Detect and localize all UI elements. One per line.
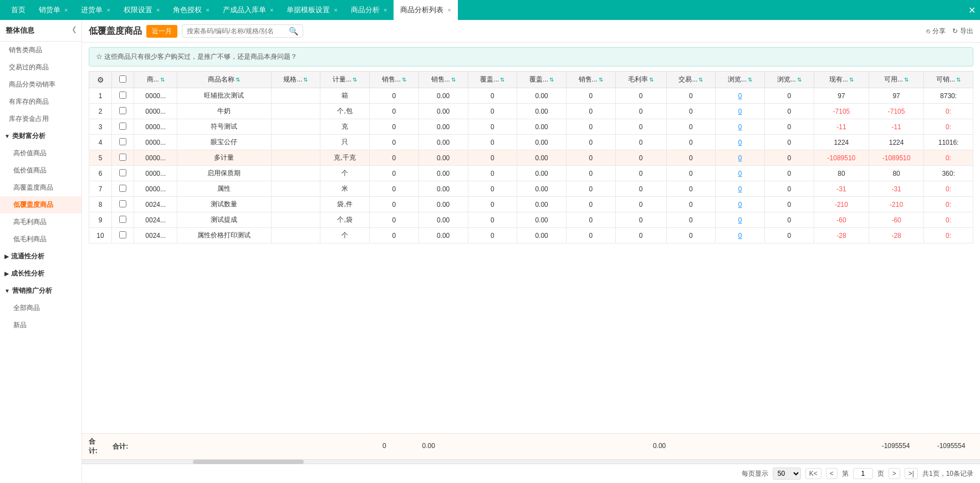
nav-tab-close-analysis-list[interactable]: ×: [446, 7, 451, 13]
export-button[interactable]: ↻ 导出: [952, 27, 973, 36]
nav-tab-close-analysis[interactable]: ×: [382, 7, 387, 13]
sidebar-group-flow-analysis[interactable]: ▶流通性分析: [0, 248, 81, 265]
sidebar-item-sales-rate[interactable]: 商品分类动销率: [0, 76, 81, 93]
row-select-checkbox[interactable]: [119, 91, 126, 99]
sidebar-item-traded-products[interactable]: 交易过的商品: [0, 59, 81, 76]
row-sales-amount: 0.00: [418, 135, 468, 150]
col-header-sales_return[interactable]: 销售...⇅: [566, 72, 616, 88]
row-select-checkbox[interactable]: [119, 138, 126, 145]
sidebar-item-new-products[interactable]: 新品: [0, 317, 81, 334]
nav-tab-close-templates[interactable]: ×: [332, 7, 337, 13]
sidebar-item-sales-products[interactable]: 销售类商品: [0, 42, 81, 59]
nav-tab-close-products[interactable]: ×: [268, 7, 273, 13]
search-icon[interactable]: 🔍: [289, 27, 298, 35]
row-select-checkbox[interactable]: [119, 216, 126, 223]
row-spec: [271, 212, 320, 228]
col-header-coverage1[interactable]: 覆盖...⇅: [468, 72, 517, 88]
sidebar-item-all-products[interactable]: 全部商品: [0, 299, 81, 317]
col-header-gross_margin[interactable]: 毛利率⇅: [615, 72, 666, 88]
nav-tab-analysis-list[interactable]: 商品分析列表 ×: [394, 0, 457, 20]
nav-tab-close-permissions[interactable]: ×: [155, 7, 160, 13]
browse-link[interactable]: 0: [738, 123, 742, 131]
col-header-transaction[interactable]: 交易...⇅: [666, 72, 716, 88]
sidebar-collapse-button[interactable]: 《: [68, 26, 76, 35]
browse-link[interactable]: 0: [738, 185, 742, 193]
browse-link[interactable]: 0: [738, 170, 742, 177]
page-number-input[interactable]: [853, 468, 873, 479]
last-page-button[interactable]: >|: [905, 468, 918, 479]
per-page-label: 每页显示: [742, 469, 768, 479]
row-select-checkbox[interactable]: [119, 231, 126, 238]
row-checkbox: [112, 150, 134, 166]
sidebar-item-capital-occupancy[interactable]: 库存资金占用: [0, 110, 81, 128]
period-button[interactable]: 近一月: [146, 25, 177, 38]
row-select-checkbox[interactable]: [119, 154, 126, 161]
sidebar-group-marketing-analysis[interactable]: ▼营销推广分析: [0, 282, 81, 299]
nav-tab-products[interactable]: 产成品入库单 ×: [216, 0, 280, 20]
row-select-checkbox[interactable]: [119, 200, 126, 207]
row-code: 0000...: [134, 119, 177, 135]
col-header-browse2[interactable]: 浏览...⇅: [765, 72, 814, 88]
total-bar: 合计: 合计: 0 0.00 0.00 -1095554 -1095554: [82, 433, 980, 459]
settings-icon[interactable]: ⚙: [97, 75, 104, 84]
row-name: 属性价格打印测试: [177, 228, 271, 243]
sidebar-item-low-coverage[interactable]: 低覆盖度商品: [0, 196, 81, 213]
sidebar-group-category-analysis[interactable]: ▼类财富分析: [0, 128, 81, 145]
row-coverage2: 0.00: [517, 88, 566, 104]
nav-tab-home[interactable]: 首页: [4, 0, 32, 20]
table-container[interactable]: ⚙商...⇅商品名称⇅规格...⇅计量...⇅销售...⇅销售...⇅覆盖...…: [82, 71, 980, 433]
nav-tab-sales[interactable]: 销货单 ×: [32, 0, 74, 20]
col-header-name[interactable]: 商品名称⇅: [177, 72, 271, 88]
row-select-checkbox[interactable]: [119, 185, 126, 192]
nav-tab-purchase[interactable]: 进货单 ×: [74, 0, 116, 20]
scrollbar-thumb[interactable]: [193, 460, 304, 464]
browse-link[interactable]: 0: [738, 232, 742, 240]
row-checkbox: [112, 181, 134, 197]
row-sales-count: 0: [370, 104, 419, 119]
per-page-select[interactable]: 2050100200: [773, 467, 801, 480]
search-input[interactable]: [187, 27, 287, 35]
share-button[interactable]: ⎋ 分享: [926, 27, 946, 36]
browse-link[interactable]: 0: [738, 216, 742, 224]
col-header-spec[interactable]: 规格...⇅: [271, 72, 320, 88]
col-header-sales_amount[interactable]: 销售...⇅: [418, 72, 468, 88]
nav-tab-close-sales[interactable]: ×: [63, 7, 68, 13]
col-header-sellable[interactable]: 可销...⇅: [924, 72, 973, 88]
sidebar-item-inventory-occupancy[interactable]: 有库存的商品: [0, 93, 81, 110]
row-select-checkbox[interactable]: [119, 107, 126, 114]
sidebar-item-high-coverage[interactable]: 高覆盖度商品: [0, 179, 81, 196]
browse-link[interactable]: 0: [738, 92, 742, 100]
select-all-checkbox[interactable]: [119, 75, 126, 83]
nav-tab-analysis[interactable]: 商品分析 ×: [344, 0, 394, 20]
sidebar-group-growth-analysis[interactable]: ▶成长性分析: [0, 265, 81, 282]
sidebar-item-low-profit[interactable]: 低毛利商品: [0, 231, 81, 248]
col-header-code[interactable]: 商...⇅: [134, 72, 177, 88]
col-header-coverage2[interactable]: 覆盖...⇅: [517, 72, 566, 88]
prev-page-button[interactable]: <: [826, 468, 838, 479]
col-header-browse1[interactable]: 浏览...⇅: [716, 72, 765, 88]
close-all-tabs-button[interactable]: ✕: [968, 5, 976, 16]
col-header-available[interactable]: 可用...⇅: [869, 72, 924, 88]
sidebar-item-high-value[interactable]: 高价值商品: [0, 145, 81, 162]
col-header-sales_count[interactable]: 销售...⇅: [370, 72, 419, 88]
browse-link[interactable]: 0: [738, 139, 742, 146]
col-header-unit[interactable]: 计量...⇅: [320, 72, 370, 88]
sidebar-item-high-profit[interactable]: 高毛利商品: [0, 213, 81, 231]
row-gross-margin: 0: [615, 119, 666, 135]
nav-tab-close-roles[interactable]: ×: [204, 7, 209, 13]
nav-tab-templates[interactable]: 单据模板设置 ×: [280, 0, 344, 20]
row-coverage1: 0: [468, 135, 517, 150]
sidebar-item-low-value[interactable]: 低价值商品: [0, 162, 81, 179]
browse-link[interactable]: 0: [738, 154, 742, 162]
browse-link[interactable]: 0: [738, 201, 742, 209]
next-page-button[interactable]: >: [889, 468, 900, 479]
nav-tab-close-purchase[interactable]: ×: [105, 7, 110, 13]
horizontal-scrollbar[interactable]: [82, 459, 980, 464]
nav-tab-roles[interactable]: 角色授权 ×: [166, 0, 216, 20]
row-select-checkbox[interactable]: [119, 123, 126, 130]
nav-tab-permissions[interactable]: 权限设置 ×: [117, 0, 166, 20]
first-page-button[interactable]: K<: [805, 468, 821, 479]
col-header-current_stock[interactable]: 现有...⇅: [814, 72, 869, 88]
browse-link[interactable]: 0: [738, 108, 742, 115]
row-select-checkbox[interactable]: [119, 169, 126, 176]
